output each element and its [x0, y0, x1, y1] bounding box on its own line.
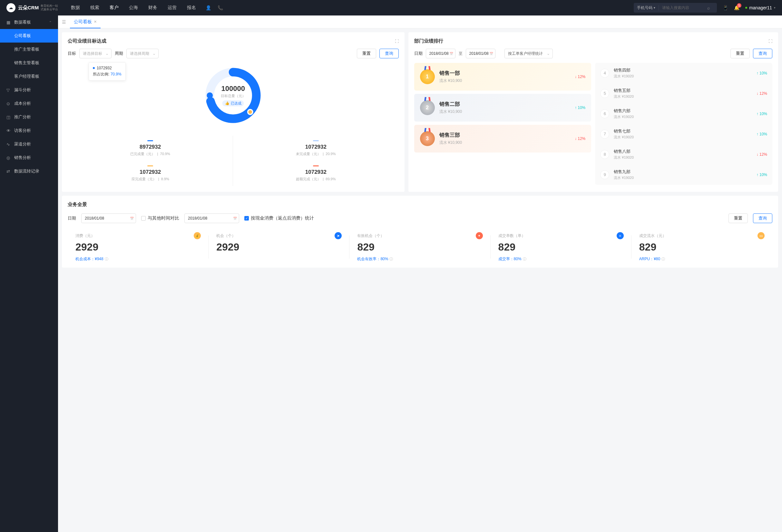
sidebar-group-header[interactable]: ▦数据看板 ⌃ [0, 15, 58, 29]
sidebar-item[interactable]: ◎销售分析 [0, 151, 58, 165]
percent-change: ↓ 12% [575, 74, 585, 79]
stat-bar-icon [313, 140, 319, 141]
cash-checkbox[interactable]: ✓ [244, 216, 249, 220]
sidebar-item[interactable]: ⇄数据流转记录 [0, 165, 58, 178]
thumb-icon: 👍 [225, 101, 229, 105]
help-icon[interactable]: ⓘ [389, 257, 393, 261]
bell-icon[interactable]: 🔔5 [734, 5, 740, 10]
sidebar-item[interactable]: 推广主管看板 [0, 42, 58, 56]
rank-row[interactable]: 5销售五部流水 ¥19020↓ 12% [595, 83, 772, 104]
close-icon[interactable]: ✕ [94, 20, 97, 24]
nav-item-5[interactable]: 运营 [168, 5, 177, 11]
rank-card[interactable]: 2销售二部流水 ¥10,900↑ 10% [414, 94, 592, 121]
rank-row[interactable]: 9销售九部流水 ¥19020↑ 10% [595, 165, 772, 185]
svg-point-3 [248, 110, 253, 114]
kpi-icon: ✦ [476, 232, 483, 239]
percent-change: ↓ 12% [756, 91, 767, 96]
stat-item: 1072932应完成量（元） | 8.9% [68, 161, 233, 186]
panorama-date1-input[interactable]: 2018/01/08 [81, 213, 136, 223]
target-label: 目标 [68, 50, 76, 57]
panorama-date2-input[interactable]: 2018/01/08 [184, 213, 239, 223]
phone-icon[interactable]: 📞 [218, 5, 223, 10]
nav-item-6[interactable]: 报名 [187, 5, 196, 11]
help-icon[interactable]: ⓘ [105, 257, 108, 261]
sidebar-item[interactable]: 公司看板 [0, 29, 58, 42]
nav-item-2[interactable]: 客户 [110, 5, 119, 11]
sidebar-item[interactable]: 👁访客分析 [0, 124, 58, 137]
tab-bar: ☰ 公司看板 ✕ [58, 15, 782, 28]
nav-item-4[interactable]: 财务 [148, 5, 157, 11]
main-content: ☰ 公司看板 ✕ 公司业绩目标达成 ⛶ 目标 请选择目标 周期 请选择周期 [58, 15, 782, 532]
reset-button[interactable]: 重置 [728, 213, 748, 223]
date-label: 日期 [68, 215, 76, 221]
rank-number: 4 [600, 69, 609, 78]
mobile-icon[interactable]: 📱 [723, 5, 728, 10]
sidebar-item[interactable]: ◫推广分析 [0, 110, 58, 124]
rank-card[interactable]: 3销售三部流水 ¥10,900↓ 12% [414, 125, 592, 152]
card-panorama: 业务全景 日期 2018/01/08 与其他时间对比 2018/01/08 ✓ … [62, 196, 778, 268]
menu-icon: ⊙ [6, 101, 11, 106]
nav-item-0[interactable]: 数据 [71, 5, 80, 11]
kpi-icon: ▭ [757, 232, 765, 239]
notification-badge: 5 [737, 3, 741, 8]
menu-icon: ◫ [6, 115, 11, 119]
sidebar-item[interactable]: 客户经理看板 [0, 70, 58, 83]
help-icon[interactable]: ⓘ [523, 257, 526, 261]
date-from-input[interactable]: 2018/01/08 [426, 49, 456, 58]
nav-item-3[interactable]: 公海 [129, 5, 138, 11]
rank-number: 8 [600, 150, 609, 159]
nav-items: 数据线索客户公海财务运营报名 [71, 5, 196, 11]
menu-icon: ◎ [6, 155, 11, 160]
query-button[interactable]: 查询 [753, 49, 772, 58]
kpi-item: 消费（元）💰2929机会成本：¥948 ⓘ [68, 232, 209, 262]
stat-bar-icon [147, 166, 153, 166]
rank-row[interactable]: 7销售七部流水 ¥19020↑ 10% [595, 124, 772, 144]
rank-card[interactable]: 1销售一部流水 ¥10,900↓ 12% [414, 63, 592, 91]
query-button[interactable]: 查询 [380, 49, 399, 58]
logo[interactable]: ☁ 云朵CRM 教育机构一站 式服务云平台 [6, 3, 58, 12]
hamburger-icon[interactable]: ☰ [62, 19, 66, 25]
medal-icon: 2 [420, 100, 435, 115]
menu-icon: ▽ [6, 88, 11, 92]
stat-item: 1072932未完成量（元） | 20.9% [233, 136, 398, 161]
rank-number: 6 [600, 109, 609, 118]
user-icon[interactable]: 👤 [206, 5, 211, 10]
sidebar-item[interactable]: ⊙成本分析 [0, 97, 58, 110]
chart-tooltip: 1072932 所占比例: 70.9% [88, 62, 126, 81]
target-select[interactable]: 请选择目标 [79, 49, 111, 58]
tab-current[interactable]: 公司看板 ✕ [70, 15, 101, 28]
rank-number: 9 [600, 170, 609, 179]
kpi-icon: 💰 [194, 232, 201, 239]
help-icon[interactable]: ⓘ [662, 257, 665, 261]
expand-icon[interactable]: ⛶ [769, 39, 772, 43]
kpi-icon: ➤ [334, 232, 342, 239]
top-nav: ☁ 云朵CRM 教育机构一站 式服务云平台 数据线索客户公海财务运营报名 👤 📞… [0, 0, 782, 15]
stat-item: 8972932已完成量（元） | 70.9% [68, 136, 233, 161]
reset-button[interactable]: 重置 [731, 49, 750, 58]
target-title: 公司业绩目标达成 [68, 38, 106, 44]
expand-icon[interactable]: ⛶ [395, 39, 399, 43]
search-icon[interactable]: ⌕ [707, 5, 717, 10]
date-to-input[interactable]: 2018/01/08 [466, 49, 495, 58]
dashboard-icon: ▦ [6, 20, 11, 25]
ranking-by-select[interactable]: 按工单客户经理统计 [504, 49, 553, 58]
period-select[interactable]: 请选择周期 [127, 49, 158, 58]
sidebar-item[interactable]: 销售主管看板 [0, 56, 58, 70]
compare-checkbox[interactable] [141, 216, 146, 220]
user-menu[interactable]: manager11 ▾ [745, 5, 776, 10]
sidebar-item[interactable]: ∿渠道分析 [0, 137, 58, 151]
reset-button[interactable]: 重置 [357, 49, 376, 58]
rank-row[interactable]: 6销售六部流水 ¥19020↑ 10% [595, 104, 772, 124]
menu-icon: 👁 [6, 128, 11, 133]
search-type-select[interactable]: 手机号码▾ [634, 5, 659, 11]
rank-row[interactable]: 4销售四部流水 ¥19020↑ 10% [595, 63, 772, 83]
sidebar: ▦数据看板 ⌃ 公司看板推广主管看板销售主管看板客户经理看板 ▽漏斗分析⊙成本分… [0, 15, 58, 532]
chevron-up-icon: ⌃ [49, 21, 51, 24]
sidebar-item[interactable]: ▽漏斗分析 [0, 83, 58, 97]
donut-label: 目标总量（元） [221, 94, 246, 98]
period-label: 周期 [115, 50, 123, 57]
search-input[interactable] [659, 5, 707, 10]
rank-row[interactable]: 8销售八部流水 ¥19020↓ 12% [595, 144, 772, 165]
query-button[interactable]: 查询 [753, 213, 772, 223]
nav-item-1[interactable]: 线索 [90, 5, 99, 11]
